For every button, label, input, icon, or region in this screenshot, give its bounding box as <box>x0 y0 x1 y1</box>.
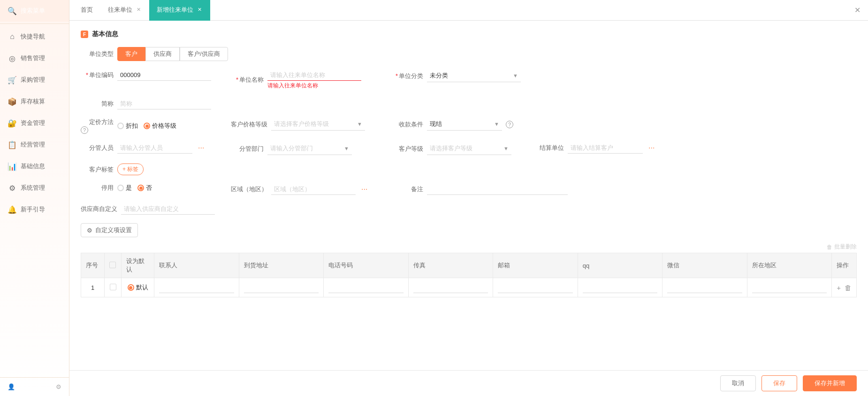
user-icon: 👤 <box>8 383 15 390</box>
sidebar-search[interactable]: 🔍 搜索菜单 <box>0 0 69 22</box>
tab-new-counterparty[interactable]: 新增往来单位 ✕ <box>149 0 210 21</box>
unit-type-group: 客户 供应商 客户/供应商 <box>117 47 228 61</box>
unit-name-label: *单位名称 <box>231 76 264 84</box>
sales-icon: ◎ <box>8 54 17 63</box>
manager-more-icon[interactable]: ··· <box>196 144 206 152</box>
payment-help-icon[interactable]: ? <box>506 121 513 128</box>
row-default-radio[interactable]: 默认 <box>126 283 149 292</box>
unit-category-select[interactable]: 未分类 ▼ <box>427 70 521 82</box>
settlement-more-icon[interactable]: ··· <box>647 144 656 152</box>
cell-check <box>105 278 122 297</box>
disabled-row: 停用 是 否 区域（地区） ··· 备注 <box>81 184 857 195</box>
col-phone: 电话号码 <box>324 253 408 278</box>
note-input[interactable] <box>427 184 568 195</box>
disabled-radio-no[interactable]: 否 <box>137 184 152 192</box>
cell-no: 1 <box>81 278 105 297</box>
short-name-input[interactable] <box>117 98 211 109</box>
sidebar-item-inventory[interactable]: 📦 库存核算 <box>0 91 69 112</box>
disabled-radio-yes[interactable]: 是 <box>117 184 132 192</box>
select-all-checkbox[interactable] <box>109 262 116 268</box>
cell-fax <box>408 278 493 297</box>
col-wechat: 微信 <box>662 253 747 278</box>
unit-main-row: *单位编码 *单位名称 请输入往来单位名称 *单位分类 未分类 <box>81 70 857 90</box>
chevron-price-icon: ▼ <box>357 121 362 127</box>
sidebar-item-label: 新手引导 <box>21 205 45 214</box>
sidebar-item-label: 经营管理 <box>21 140 45 149</box>
tab-counterparty[interactable]: 往来单位 ✕ <box>100 0 149 21</box>
payment-terms-field: 收款条件 现结 ▼ ? <box>390 118 857 131</box>
section-header: F 基本信息 <box>81 30 857 39</box>
sidebar-item-operations[interactable]: 📋 经营管理 <box>0 134 69 155</box>
delete-row-button[interactable]: 🗑 <box>845 284 852 292</box>
content-area: F 基本信息 单位类型 客户 供应商 客户/供应商 *单位编码 <box>69 21 868 370</box>
sidebar-item-quick-nav[interactable]: ⌂ 快捷导航 <box>0 26 69 47</box>
row-region-input[interactable] <box>752 282 827 293</box>
note-label: 备注 <box>390 185 423 194</box>
unit-btn-supplier[interactable]: 供应商 <box>145 47 180 61</box>
tab-counterparty-close[interactable]: ✕ <box>135 7 142 13</box>
purchase-icon: 🛒 <box>8 75 17 85</box>
batch-delete-label[interactable]: 批量删除 <box>834 243 857 251</box>
unit-name-input[interactable] <box>267 70 361 81</box>
address-input[interactable] <box>244 282 319 293</box>
save-button[interactable]: 保存 <box>761 375 797 391</box>
save-new-button[interactable]: 保存并新增 <box>803 375 857 391</box>
radio-level-circle <box>144 123 150 129</box>
add-row-button[interactable]: + <box>837 284 841 292</box>
region-more-icon[interactable]: ··· <box>359 185 369 194</box>
unit-code-input[interactable] <box>117 70 211 81</box>
sidebar-item-system[interactable]: ⚙ 系统管理 <box>0 177 69 199</box>
department-select[interactable]: 请输入分管部门 ▼ <box>267 142 352 155</box>
tab-new-counterparty-close[interactable]: ✕ <box>196 7 203 13</box>
customer-price-level-select[interactable]: 请选择客户价格等级 ▼ <box>271 118 365 131</box>
tag-field: 客户标签 + 标签 <box>81 163 857 175</box>
fax-input[interactable] <box>413 282 488 293</box>
qq-input[interactable] <box>583 282 658 293</box>
pricing-help-icon[interactable]: ? <box>81 126 88 134</box>
sidebar-item-guide[interactable]: 🔔 新手引导 <box>0 199 69 220</box>
customer-level-label: 客户等级 <box>390 145 423 153</box>
pricing-radio-level[interactable]: 价格等级 <box>144 122 176 130</box>
add-tag-button[interactable]: + 标签 <box>117 163 144 175</box>
sidebar-item-sales[interactable]: ◎ 销售管理 <box>0 47 69 69</box>
pricing-radio-discount[interactable]: 折扣 <box>117 122 138 130</box>
sidebar-item-finance[interactable]: 🔐 资金管理 <box>0 112 69 134</box>
sidebar-item-basic-info[interactable]: 📊 基础信息 <box>0 155 69 177</box>
sidebar-item-label: 基础信息 <box>21 162 45 171</box>
phone-input[interactable] <box>328 282 403 293</box>
sidebar-item-label: 销售管理 <box>21 54 45 62</box>
row-action-group: + 🗑 <box>837 284 852 292</box>
col-actions: 操作 <box>832 253 857 278</box>
region-input[interactable] <box>271 184 356 195</box>
section-tag-icon: F <box>81 31 88 38</box>
sidebar-item-purchase[interactable]: 🛒 采购管理 <box>0 69 69 91</box>
tabbar-close-icon[interactable]: ✕ <box>851 4 864 16</box>
short-name-field: 简称 <box>81 98 231 109</box>
row-checkbox[interactable] <box>110 284 116 290</box>
unit-btn-customer[interactable]: 客户 <box>117 47 145 61</box>
sidebar-item-label: 资金管理 <box>21 119 45 127</box>
settlement-input[interactable] <box>568 142 643 154</box>
cancel-button[interactable]: 取消 <box>720 375 756 391</box>
tab-home[interactable]: 首页 <box>73 0 100 21</box>
custom-settings-button[interactable]: ⚙ 自定义项设置 <box>81 223 138 237</box>
payment-terms-select[interactable]: 现结 ▼ <box>427 118 502 131</box>
tab-home-label: 首页 <box>81 6 93 14</box>
cell-region <box>747 278 831 297</box>
wechat-input[interactable] <box>667 282 742 293</box>
customer-level-select[interactable]: 请选择客户等级 ▼ <box>427 142 511 155</box>
unit-type-field: 单位类型 客户 供应商 客户/供应商 <box>81 47 857 61</box>
cell-address <box>239 278 323 297</box>
tab-counterparty-label: 往来单位 <box>108 6 132 14</box>
unit-btn-both[interactable]: 客户/供应商 <box>180 47 228 61</box>
supplier-custom-input[interactable] <box>121 203 215 215</box>
tab-new-counterparty-label: 新增往来单位 <box>157 6 193 14</box>
contacts-table: 序号 设为默认 联系人 到货地址 电话号码 传真 邮箱 qq 微信 所在地区 操… <box>81 253 857 297</box>
tabbar: 首页 往来单位 ✕ 新增往来单位 ✕ ✕ <box>69 0 868 21</box>
contact-input[interactable] <box>159 282 234 293</box>
supplier-custom-field: 供应商自定义 <box>81 203 857 215</box>
system-icon: ⚙ <box>8 183 17 193</box>
manager-input[interactable] <box>117 142 192 154</box>
cell-qq <box>578 278 662 297</box>
email-input[interactable] <box>498 282 572 293</box>
